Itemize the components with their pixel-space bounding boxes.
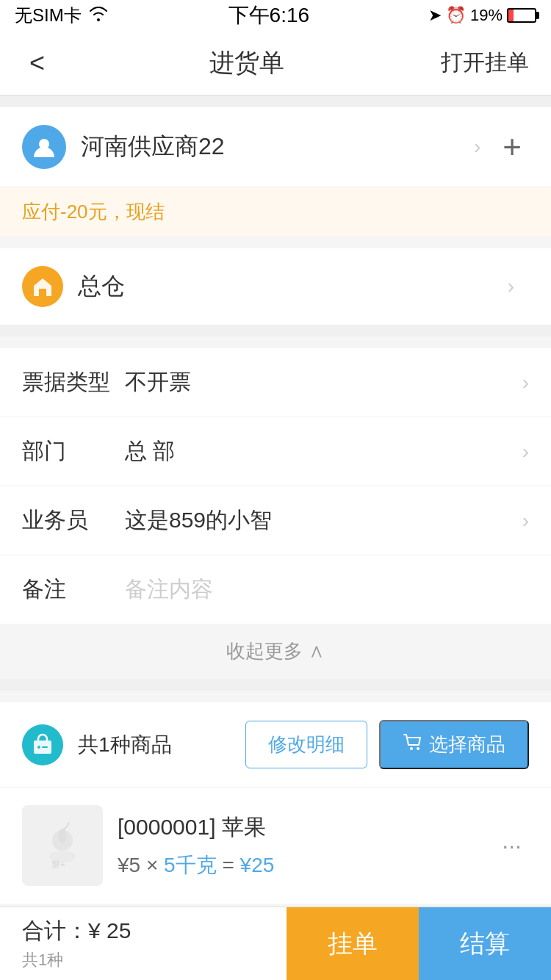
select-goods-label: 选择商品 (429, 732, 505, 757)
department-chevron-icon: › (522, 440, 529, 464)
wifi-icon (87, 5, 109, 26)
quantity: 5千克 (164, 854, 217, 876)
goods-count-label: 共1种商品 (78, 731, 245, 759)
edit-detail-button[interactable]: 修改明细 (245, 721, 367, 768)
warehouse-row[interactable]: 总仓 › (0, 248, 551, 325)
supplier-section: 河南供应商22 › + 应付-20元，现结 (0, 107, 551, 237)
remarks-label: 备注 (22, 574, 110, 605)
supplier-name: 河南供应商22 (81, 131, 474, 163)
product-price: ¥5 × 5千克 = ¥25 (118, 851, 494, 879)
goods-section: 共1种商品 修改明细 选择商品 磐+ (0, 702, 551, 904)
time-label: 下午6:16 (228, 1, 310, 29)
product-more-button[interactable]: ··· (494, 825, 529, 867)
pending-button[interactable]: 挂单 (287, 907, 419, 980)
equals-sign: = (222, 854, 240, 876)
bottom-bar: 合计：¥ 25 共1种 挂单 结算 (0, 907, 551, 980)
status-left: 无SIM卡 (15, 4, 109, 27)
goods-header: 共1种商品 修改明细 选择商品 (0, 702, 551, 788)
add-supplier-button[interactable]: + (495, 129, 529, 165)
supplier-avatar (22, 125, 66, 169)
product-item: 磐+ [0000001] 苹果 ¥5 × 5千克 = ¥25 ··· (0, 788, 551, 904)
back-button[interactable]: < (22, 40, 52, 86)
ticket-type-label: 票据类型 (22, 367, 110, 397)
nav-bar: < 进货单 打开挂单 (0, 31, 551, 96)
battery-percent: 19% (470, 6, 503, 25)
remarks-value[interactable]: 备注内容 (125, 574, 529, 605)
svg-point-5 (410, 747, 413, 750)
status-right: ➤ ⏰ 19% (428, 6, 536, 25)
total-amount: 合计：¥ 25 (22, 916, 264, 946)
battery-icon (507, 8, 536, 23)
sales-value: 这是859的小智 (125, 505, 522, 536)
warehouse-icon (22, 266, 63, 307)
total-sub: 共1种 (22, 949, 264, 971)
multiply-sign: × (146, 854, 164, 876)
remarks-row[interactable]: 备注 备注内容 (0, 555, 551, 624)
status-bar: 无SIM卡 下午6:16 ➤ ⏰ 19% (0, 0, 551, 31)
goods-icon (22, 724, 63, 765)
divider-2 (0, 325, 551, 336)
ticket-type-row[interactable]: 票据类型 不开票 › (0, 348, 551, 417)
ticket-type-value: 不开票 (125, 367, 522, 397)
open-pending-button[interactable]: 打开挂单 (441, 48, 529, 78)
page-title: 进货单 (209, 46, 284, 80)
warehouse-name: 总仓 (78, 270, 508, 303)
chevron-right-icon: › (474, 135, 480, 159)
warehouse-section: 总仓 › (0, 248, 551, 325)
checkout-button[interactable]: 结算 (419, 907, 551, 980)
cart-icon (403, 733, 423, 756)
product-name: [0000001] 苹果 (118, 813, 494, 843)
form-section: 票据类型 不开票 › 部门 总 部 › 业务员 这是859的小智 › 备注 备注… (0, 348, 551, 624)
department-label: 部门 (22, 436, 110, 466)
total-section: 合计：¥ 25 共1种 (0, 907, 287, 980)
product-thumbnail: 磐+ (22, 805, 103, 886)
svg-rect-4 (42, 746, 48, 748)
total-price: ¥25 (240, 854, 275, 876)
location-icon: ➤ (428, 6, 442, 25)
divider-1 (0, 96, 551, 107)
sales-label: 业务员 (22, 505, 110, 536)
department-row[interactable]: 部门 总 部 › (0, 417, 551, 486)
department-value: 总 部 (125, 436, 522, 466)
select-goods-button[interactable]: 选择商品 (379, 720, 529, 769)
svg-point-8 (58, 829, 67, 843)
svg-point-6 (417, 747, 419, 750)
alarm-icon: ⏰ (446, 6, 466, 25)
supplier-note: 应付-20元，现结 (0, 187, 551, 237)
product-info: [0000001] 苹果 ¥5 × 5千克 = ¥25 (118, 813, 494, 879)
sales-row[interactable]: 业务员 这是859的小智 › (0, 486, 551, 555)
ticket-type-chevron-icon: › (522, 371, 529, 394)
svg-point-3 (37, 746, 40, 749)
supplier-row[interactable]: 河南供应商22 › + (0, 107, 551, 187)
svg-rect-1 (39, 289, 46, 296)
collapse-button[interactable]: 收起更多 ∧ (0, 624, 551, 679)
sales-chevron-icon: › (522, 509, 529, 533)
divider-3 (0, 679, 551, 691)
warehouse-chevron-icon: › (508, 275, 514, 298)
price-unit: ¥5 (118, 854, 140, 876)
svg-text:磐+: 磐+ (51, 860, 65, 870)
carrier-label: 无SIM卡 (15, 4, 82, 27)
